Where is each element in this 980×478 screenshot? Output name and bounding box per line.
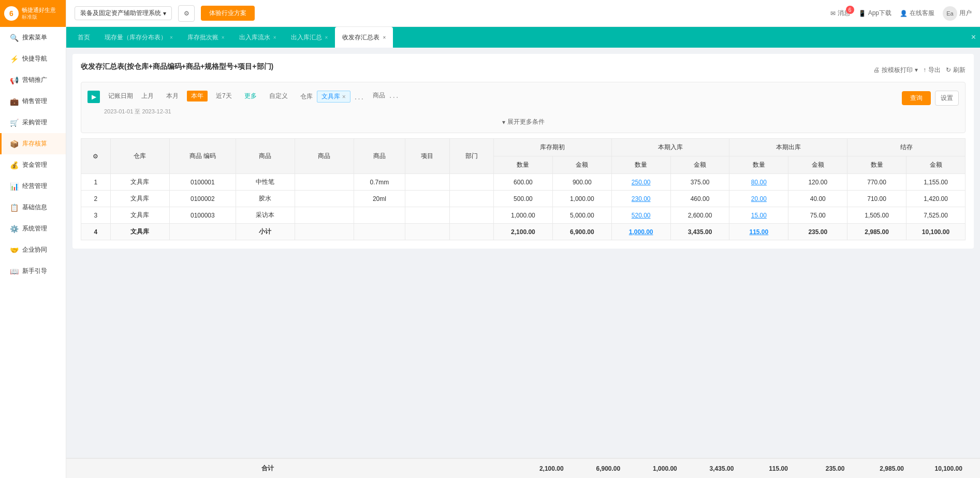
logo-title: 畅捷通好生意 — [22, 6, 56, 13]
date-btn-this-month[interactable]: 本月 — [162, 91, 183, 102]
online-service-button[interactable]: 👤 在线客服 — [900, 9, 934, 18]
sidebar-item-8[interactable]: 📋基础信息 — [0, 197, 66, 218]
sidebar-item-9[interactable]: ⚙️系统管理 — [0, 218, 66, 239]
footer-cell-9: 6,900.00 — [580, 463, 637, 474]
tab-item-4[interactable]: 出入库汇总× — [284, 27, 335, 48]
subtotal-name: 小计 — [236, 224, 295, 240]
th-group-balance: 结存 — [847, 139, 966, 156]
date-btn-more[interactable]: 更多 — [240, 91, 261, 102]
cell-no-0: 1 — [81, 174, 111, 191]
tab-label-3: 出入库流水 — [239, 33, 270, 42]
warehouse-tag-text: 文具库 — [321, 92, 340, 101]
tab-close-4[interactable]: × — [325, 35, 328, 40]
tab-close-3[interactable]: × — [273, 35, 276, 40]
date-btn-custom[interactable]: 自定义 — [265, 91, 292, 102]
warehouse-tag-close[interactable]: × — [342, 93, 346, 100]
tab-close-1[interactable]: × — [170, 35, 173, 40]
th-group-out: 本期出库 — [729, 139, 847, 156]
sidebar-item-3[interactable]: 💼销售管理 — [0, 91, 66, 112]
date-btn-7days[interactable]: 近7天 — [212, 91, 236, 102]
tab-item-3[interactable]: 出入库流水× — [232, 27, 284, 48]
th-settings[interactable]: ⚙ — [81, 139, 111, 174]
filter-toggle-button[interactable]: ▶ — [87, 91, 100, 103]
tab-close-all[interactable]: × — [971, 33, 976, 42]
app-download-button[interactable]: 📱 App下载 — [858, 9, 891, 18]
date-filter-label: 记账日期 — [108, 92, 133, 100]
logo-subtitle: 标准版 — [22, 13, 56, 21]
footer-cell-5 — [353, 467, 410, 471]
cell-warehouse-2: 文具库 — [110, 207, 169, 224]
tab-item-2[interactable]: 库存批次账× — [180, 27, 232, 48]
page-title: 收发存汇总表(按仓库+商品编码+商品+规格型号+项目+部门) — [81, 62, 273, 71]
sidebar-item-2[interactable]: 📢营销推广 — [0, 69, 66, 91]
gear-button[interactable]: ⚙ — [178, 5, 195, 22]
expand-more-bar[interactable]: ▾ 展开更多条件 — [87, 115, 959, 128]
sidebar-item-7[interactable]: 📊经营管理 — [0, 176, 66, 197]
sidebar-item-10[interactable]: 🤝企业协同 — [0, 239, 66, 260]
query-button[interactable]: 查询 — [902, 91, 931, 105]
cell-in-qty-2[interactable]: 520.00 — [611, 207, 670, 224]
tab-item-5[interactable]: 收发存汇总表× — [335, 27, 393, 48]
footer-cell-15: 10,100.00 — [920, 463, 977, 474]
cell-bal-amt-2: 7,525.00 — [906, 207, 966, 224]
goods-dots[interactable]: ... — [389, 91, 399, 100]
expand-icon: ▾ — [502, 119, 505, 126]
sidebar-item-5[interactable]: 📦库存核算 — [0, 133, 66, 154]
cell-open-amt-2: 5,000.00 — [552, 207, 611, 224]
nav-icon-1: ⚡ — [10, 55, 18, 63]
sidebar-item-4[interactable]: 🛒采购管理 — [0, 112, 66, 133]
subtotal-out-qty[interactable]: 115.00 — [729, 224, 788, 240]
th-in-qty: 数量 — [611, 156, 670, 174]
cell-bal-qty-1: 710.00 — [847, 191, 906, 207]
goods-filter-section: 商品 ... — [373, 91, 399, 100]
logo-area: 6 畅捷通好生意 标准版 — [0, 0, 66, 27]
cell-open-amt-1: 1,000.00 — [552, 191, 611, 207]
date-range-display: 2023-01-01 至 2023-12-31 — [104, 108, 171, 114]
cell-in-qty-0[interactable]: 250.00 — [611, 174, 670, 191]
tab-item-0[interactable]: 首页 — [70, 27, 97, 48]
th-balance-qty: 数量 — [847, 156, 906, 174]
chevron-down-icon: ▾ — [915, 66, 918, 74]
nav-icon-7: 📊 — [10, 182, 18, 191]
main-wrapper: 装备及固定资产辅助管理系统 ▾ ⚙ 体验行业方案 ✉ 消息 6 📱 App下载 … — [66, 0, 980, 478]
nav-icon-8: 📋 — [10, 204, 18, 212]
cell-bal-amt-0: 1,155.00 — [906, 174, 966, 191]
warehouse-tag[interactable]: 文具库 × — [317, 91, 350, 103]
subtotal-open-qty: 2,100.00 — [494, 224, 553, 240]
trial-button[interactable]: 体验行业方案 — [201, 6, 255, 21]
sidebar-item-1[interactable]: ⚡快捷导航 — [0, 48, 66, 69]
cell-out-qty-1[interactable]: 20.00 — [729, 191, 788, 207]
cell-name2-0 — [295, 174, 354, 191]
sidebar-item-6[interactable]: 💰资金管理 — [0, 154, 66, 176]
top-header: 装备及固定资产辅助管理系统 ▾ ⚙ 体验行业方案 ✉ 消息 6 📱 App下载 … — [66, 0, 980, 27]
sidebar-item-11[interactable]: 📖新手引导 — [0, 260, 66, 282]
cell-spec-2 — [354, 207, 405, 224]
warehouse-dots[interactable]: ... — [355, 92, 364, 102]
refresh-button[interactable]: ↻ 刷新 — [946, 66, 966, 75]
date-btn-last-month[interactable]: 上月 — [137, 91, 158, 102]
nav-icon-5: 📦 — [10, 140, 18, 148]
cell-bal-amt-1: 1,420.00 — [906, 191, 966, 207]
subtotal-in-qty[interactable]: 1,000.00 — [611, 224, 670, 240]
print-button[interactable]: 🖨 按模板打印 ▾ — [873, 66, 918, 75]
nav-label-9: 系统管理 — [22, 224, 47, 233]
system-title-select[interactable]: 装备及固定资产辅助管理系统 ▾ — [75, 6, 172, 20]
user-button[interactable]: Ea 用户 — [943, 6, 972, 21]
message-button[interactable]: ✉ 消息 6 — [830, 9, 850, 18]
nav-label-10: 企业协同 — [22, 245, 47, 254]
cell-out-qty-2[interactable]: 15.00 — [729, 207, 788, 224]
sidebar-item-0[interactable]: 🔍搜索菜单 — [0, 27, 66, 48]
export-button[interactable]: ↑ 导出 — [923, 66, 941, 75]
cell-out-qty-0[interactable]: 80.00 — [729, 174, 788, 191]
tab-item-1[interactable]: 现存量（库存分布表）× — [97, 27, 180, 48]
cell-name2-2 — [295, 207, 354, 224]
set-button[interactable]: 设置 — [935, 91, 959, 106]
nav-icon-0: 🔍 — [10, 34, 18, 42]
date-btn-this-year[interactable]: 本年 — [187, 91, 208, 102]
cell-in-qty-1[interactable]: 230.00 — [611, 191, 670, 207]
tab-close-2[interactable]: × — [222, 35, 225, 40]
tab-close-5[interactable]: × — [383, 35, 386, 40]
cell-code-1: 0100002 — [169, 191, 236, 207]
nav-icon-9: ⚙️ — [10, 225, 18, 233]
header-right: ✉ 消息 6 📱 App下载 👤 在线客服 Ea 用户 — [830, 6, 972, 21]
